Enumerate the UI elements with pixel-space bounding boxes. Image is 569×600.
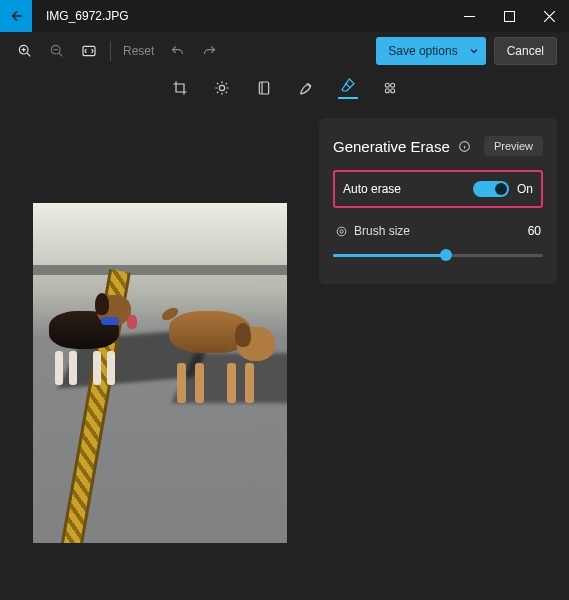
minimize-icon xyxy=(464,11,475,22)
photo-subject-dog-left xyxy=(39,291,135,379)
redo-button[interactable] xyxy=(196,38,222,64)
brush-size-value: 60 xyxy=(528,224,541,238)
maximize-button[interactable] xyxy=(489,0,529,32)
tab-adjust[interactable] xyxy=(212,80,232,96)
svg-rect-1 xyxy=(504,11,514,21)
slider-thumb[interactable] xyxy=(440,249,452,261)
file-title: IMG_6972.JPG xyxy=(32,9,129,23)
background-blur-icon xyxy=(382,80,398,96)
undo-icon xyxy=(170,44,185,59)
target-icon xyxy=(335,225,348,238)
canvas-area[interactable] xyxy=(0,106,319,600)
reset-button[interactable]: Reset xyxy=(119,44,158,58)
zoom-in-icon xyxy=(17,43,33,59)
close-button[interactable] xyxy=(529,0,569,32)
brush-size-row: Brush size 60 xyxy=(333,224,543,238)
svg-rect-0 xyxy=(464,16,475,17)
photo-subject-dog-right xyxy=(169,291,279,401)
info-icon[interactable] xyxy=(458,140,471,153)
svg-point-10 xyxy=(390,89,394,93)
auto-erase-row: Auto erase On xyxy=(333,170,543,208)
brush-size-slider[interactable] xyxy=(333,248,543,264)
svg-point-9 xyxy=(385,89,389,93)
minimize-button[interactable] xyxy=(449,0,489,32)
markup-icon xyxy=(298,80,314,96)
toolbar-separator xyxy=(110,41,111,61)
generative-erase-panel: Generative Erase Preview Auto erase On B… xyxy=(319,118,557,284)
redo-icon xyxy=(202,44,217,59)
auto-erase-label: Auto erase xyxy=(343,182,401,196)
tab-crop[interactable] xyxy=(170,80,190,96)
filter-icon xyxy=(256,80,272,96)
brush-size-label: Brush size xyxy=(354,224,410,238)
brightness-icon xyxy=(214,80,230,96)
toolbar: Reset Save options Cancel xyxy=(0,32,569,70)
maximize-icon xyxy=(504,11,515,22)
tab-markup[interactable] xyxy=(296,80,316,96)
save-options-label: Save options xyxy=(388,44,457,58)
title-bar: IMG_6972.JPG xyxy=(0,0,569,32)
cancel-button[interactable]: Cancel xyxy=(494,37,557,65)
crop-icon xyxy=(172,80,188,96)
tab-background[interactable] xyxy=(380,80,400,96)
chevron-down-icon xyxy=(468,45,480,57)
fit-screen-button[interactable] xyxy=(76,38,102,64)
back-arrow-icon xyxy=(9,9,23,23)
zoom-in-button[interactable] xyxy=(12,38,38,64)
svg-point-8 xyxy=(390,83,394,87)
svg-rect-6 xyxy=(259,82,268,94)
zoom-out-icon xyxy=(49,43,65,59)
svg-point-5 xyxy=(219,85,224,90)
undo-button[interactable] xyxy=(164,38,190,64)
tab-filter[interactable] xyxy=(254,80,274,96)
auto-erase-state: On xyxy=(517,182,533,196)
main-area: Generative Erase Preview Auto erase On B… xyxy=(0,106,569,600)
fit-screen-icon xyxy=(81,43,97,59)
panel-title: Generative Erase xyxy=(333,138,450,155)
preview-button[interactable]: Preview xyxy=(484,136,543,156)
save-options-button[interactable]: Save options xyxy=(376,37,485,65)
close-icon xyxy=(544,11,555,22)
back-button[interactable] xyxy=(0,0,32,32)
svg-point-12 xyxy=(337,227,346,236)
svg-point-7 xyxy=(385,83,389,87)
zoom-out-button[interactable] xyxy=(44,38,70,64)
tab-erase[interactable] xyxy=(338,77,358,99)
auto-erase-toggle[interactable] xyxy=(473,181,509,197)
svg-point-13 xyxy=(340,229,343,232)
edit-tools-tabs xyxy=(0,70,569,106)
erase-icon xyxy=(340,77,356,93)
image-preview[interactable] xyxy=(33,203,287,543)
